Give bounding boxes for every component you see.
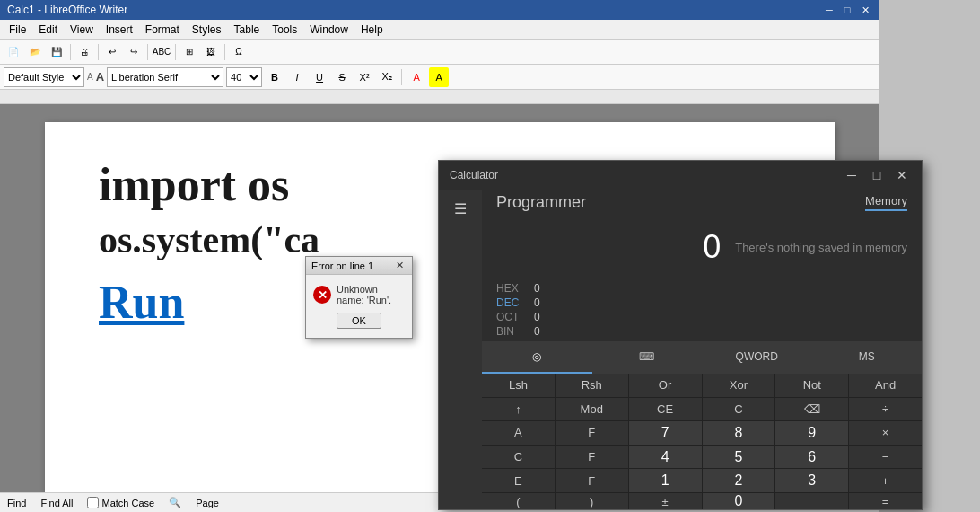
calc-btn-not[interactable]: Not bbox=[775, 374, 848, 397]
calc-btn-rsh[interactable]: Rsh bbox=[556, 374, 628, 397]
match-case-label: Match Case bbox=[87, 497, 154, 508]
menu-edit[interactable]: Edit bbox=[33, 22, 63, 38]
calc-btn-0[interactable]: 0 bbox=[703, 493, 775, 509]
calc-title: Calculator bbox=[450, 169, 498, 181]
calc-btn-mod[interactable]: Mod bbox=[556, 398, 628, 421]
menu-styles[interactable]: Styles bbox=[187, 22, 227, 38]
calc-btn-2[interactable]: 2 bbox=[703, 469, 775, 492]
error-dialog-close-button[interactable]: ✕ bbox=[392, 259, 407, 273]
calc-btn-close-paren[interactable]: ) bbox=[556, 493, 628, 509]
writer-close-button[interactable]: ✕ bbox=[858, 3, 872, 17]
calc-btn-3[interactable]: 3 bbox=[775, 469, 848, 492]
strikethrough-button[interactable]: S bbox=[332, 67, 352, 87]
font-selector[interactable]: Liberation Serif bbox=[107, 67, 223, 87]
menu-window[interactable]: Window bbox=[304, 22, 354, 38]
calculator-window: Calculator ─ □ ✕ ☰ Programmer Memory 0 T… bbox=[438, 160, 923, 510]
calc-close-button[interactable]: ✕ bbox=[893, 166, 911, 184]
calc-title-bar: Calculator ─ □ ✕ bbox=[439, 161, 922, 190]
superscript-button[interactable]: X² bbox=[354, 67, 374, 87]
insert-table-button[interactable]: ⊞ bbox=[179, 42, 199, 62]
calc-btn-and[interactable]: And bbox=[849, 374, 922, 397]
error-icon: ✕ bbox=[313, 286, 331, 304]
style-selector[interactable]: Default Style bbox=[4, 67, 84, 87]
menu-file[interactable]: File bbox=[4, 22, 31, 38]
highlight-button[interactable]: A bbox=[429, 67, 449, 87]
calc-btn-subtract[interactable]: − bbox=[849, 446, 922, 469]
status-find[interactable]: Find bbox=[7, 498, 26, 508]
bold-button[interactable]: B bbox=[265, 67, 284, 87]
calc-tab-circle[interactable]: ◎ bbox=[482, 341, 592, 374]
dec-label: DEC bbox=[496, 296, 532, 309]
calc-btn-divide[interactable]: ÷ bbox=[849, 398, 922, 421]
calc-btn-up[interactable]: ↑ bbox=[482, 398, 555, 421]
underline-button[interactable]: U bbox=[310, 67, 329, 87]
font-size-selector[interactable]: 40 bbox=[226, 67, 262, 87]
calc-btn-multiply[interactable]: × bbox=[849, 421, 922, 445]
save-button[interactable]: 💾 bbox=[47, 42, 66, 62]
new-button[interactable]: 📄 bbox=[4, 42, 23, 62]
hamburger-icon[interactable]: ☰ bbox=[451, 197, 470, 221]
calc-btn-6[interactable]: 6 bbox=[775, 446, 848, 469]
menu-table[interactable]: Table bbox=[229, 22, 266, 38]
oct-value: 0 bbox=[534, 311, 907, 323]
spellcheck-button[interactable]: ABC bbox=[152, 42, 171, 62]
print-button[interactable]: 🖨 bbox=[74, 42, 94, 62]
memory-tab[interactable]: Memory bbox=[865, 194, 907, 211]
calc-minimize-button[interactable]: ─ bbox=[843, 166, 861, 184]
calc-btn-a[interactable]: A bbox=[482, 421, 555, 445]
writer-minimize-button[interactable]: ─ bbox=[822, 3, 836, 17]
redo-button[interactable]: ↪ bbox=[124, 42, 144, 62]
calc-btn-9[interactable]: 9 bbox=[775, 421, 848, 445]
italic-button[interactable]: I bbox=[287, 67, 307, 87]
toolbar-separator-2 bbox=[98, 44, 99, 60]
fmt-separator-1 bbox=[401, 69, 402, 85]
calc-btn-c2[interactable]: C bbox=[482, 446, 555, 469]
memory-value: 0 bbox=[703, 228, 721, 266]
error-dialog-title-bar: Error on line 1 ✕ bbox=[306, 257, 412, 275]
insert-image-button[interactable]: 🖼 bbox=[201, 42, 221, 62]
writer-formatting-bar: Default Style A A Liberation Serif 40 B … bbox=[0, 65, 879, 90]
calc-btn-or[interactable]: Or bbox=[629, 374, 702, 397]
undo-button[interactable]: ↩ bbox=[102, 42, 122, 62]
hex-label: HEX bbox=[496, 282, 532, 295]
search-icon[interactable]: 🔍 bbox=[169, 497, 181, 508]
menu-help[interactable]: Help bbox=[355, 22, 389, 38]
menu-insert[interactable]: Insert bbox=[101, 22, 138, 38]
calc-btn-lsh[interactable]: Lsh bbox=[482, 374, 555, 397]
menu-tools[interactable]: Tools bbox=[267, 22, 302, 38]
calc-btn-5[interactable]: 5 bbox=[703, 446, 775, 469]
error-dialog: Error on line 1 ✕ ✕ Unknown name: 'Run'.… bbox=[305, 256, 413, 339]
calc-btn-plusminus[interactable]: ± bbox=[629, 493, 702, 509]
calc-btn-f1[interactable]: F bbox=[556, 421, 628, 445]
special-char-button[interactable]: Ω bbox=[229, 42, 249, 62]
calc-maximize-button[interactable]: □ bbox=[868, 166, 886, 184]
calc-btn-backspace[interactable]: ⌫ bbox=[775, 398, 848, 421]
calc-body: ☰ Programmer Memory 0 There's nothing sa… bbox=[439, 190, 922, 509]
match-case-checkbox[interactable] bbox=[87, 497, 99, 508]
calc-btn-open-paren[interactable]: ( bbox=[482, 493, 555, 509]
subscript-button[interactable]: X₂ bbox=[377, 67, 397, 87]
open-button[interactable]: 📂 bbox=[25, 42, 45, 62]
calc-btn-ce[interactable]: CE bbox=[629, 398, 702, 421]
menu-format[interactable]: Format bbox=[140, 22, 185, 38]
calc-btn-xor[interactable]: Xor bbox=[703, 374, 775, 397]
calc-tab-qword[interactable]: QWORD bbox=[702, 341, 812, 374]
calc-btn-f2[interactable]: F bbox=[556, 446, 628, 469]
calc-btn-e[interactable]: E bbox=[482, 469, 555, 492]
calc-btn-4[interactable]: 4 bbox=[629, 446, 702, 469]
calc-btn-8[interactable]: 8 bbox=[703, 421, 775, 445]
calc-tab-keyboard[interactable]: ⌨ bbox=[592, 341, 703, 374]
calc-header: Programmer Memory bbox=[482, 190, 922, 216]
calc-tab-ms[interactable]: MS bbox=[812, 341, 923, 374]
calc-btn-c[interactable]: C bbox=[703, 398, 775, 421]
calc-btn-1[interactable]: 1 bbox=[629, 469, 702, 492]
font-color-button[interactable]: A bbox=[407, 67, 426, 87]
menu-view[interactable]: View bbox=[65, 22, 99, 38]
font-size-a-large: A bbox=[96, 70, 104, 84]
calc-btn-equals[interactable]: = bbox=[849, 493, 922, 509]
writer-maximize-button[interactable]: □ bbox=[840, 3, 854, 17]
calc-btn-f3[interactable]: F bbox=[556, 469, 628, 492]
calc-btn-7[interactable]: 7 bbox=[629, 421, 702, 445]
calc-btn-add[interactable]: + bbox=[849, 469, 922, 492]
error-ok-button[interactable]: OK bbox=[337, 313, 381, 329]
